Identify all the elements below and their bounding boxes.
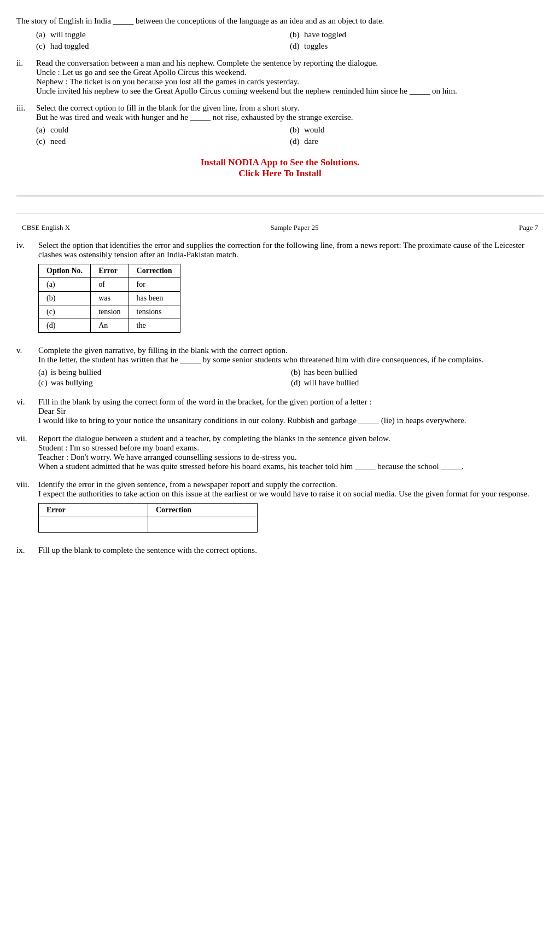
q-ix-content: Fill up the blank to complete the senten… (38, 546, 544, 555)
q-iii-content: Select the correct option to fill in the… (36, 103, 544, 146)
header-center: Sample Paper 25 (271, 223, 319, 232)
intro-text: The story of English in India _____ betw… (16, 16, 544, 26)
q-ii-num: ii. (16, 59, 32, 96)
header-right: Page 7 (519, 223, 538, 232)
q-ii-dialogue2: Nephew : The ticket is on you because yo… (36, 77, 544, 86)
q-iii-option-d: (d) dare (290, 137, 544, 146)
q-iii-option-c-text: need (50, 137, 66, 146)
q-ix-num: ix. (16, 546, 34, 555)
page-header: CBSE English X Sample Paper 25 Page 7 (16, 213, 544, 236)
option-d: (d) toggles (290, 42, 544, 51)
q-iii-option-b-text: would (304, 125, 325, 135)
option-c-label: (c) (36, 42, 47, 51)
q-vi-text1: Dear Sir (38, 407, 544, 416)
option-c-text: had toggled (50, 42, 89, 51)
question-vi: vi. Fill in the blank by using the corre… (16, 397, 544, 425)
q-v-opt-b-text: has been bullied (304, 368, 357, 377)
q-ix-instruction: Fill up the blank to complete the senten… (38, 546, 544, 555)
q-vii-content: Report the dialogue between a student an… (38, 434, 544, 471)
q-ii-dialogue1: Uncle : Let us go and see the Great Apol… (36, 68, 544, 77)
option-d-label: (d) (290, 42, 301, 51)
q-viii-correction-cell (148, 517, 258, 533)
q-iv-num: iv. (16, 241, 34, 337)
option-b-text: have toggled (304, 30, 346, 39)
table-row: (a)offor (39, 278, 180, 292)
q-iii-option-a-text: could (50, 125, 68, 135)
option-a-text: will toggle (50, 30, 86, 39)
q-v-opt-c-label: (c) (38, 378, 48, 388)
q-iii-option-c-label: (c) (36, 137, 47, 146)
q-viii-row (39, 517, 258, 533)
nodia-line2[interactable]: Click Here To Install (16, 168, 544, 179)
q-iii-line: But he was tired and weak with hunger an… (36, 113, 544, 122)
question-ii: ii. Read the conversation between a man … (16, 59, 544, 96)
question-v: v. Complete the given narrative, by fill… (16, 346, 544, 389)
q-iii-option-c: (c) need (36, 137, 290, 146)
option-c: (c) had toggled (36, 42, 290, 51)
header-left: CBSE English X (22, 223, 70, 232)
question-vii: vii. Report the dialogue between a stude… (16, 434, 544, 471)
question-ix: ix. Fill up the blank to complete the se… (16, 546, 544, 555)
q-viii-col2-header: Correction (148, 504, 258, 517)
q-viii-table: Error Correction (38, 503, 258, 533)
q-iii-options: (a) could (b) would (c) need (d) (36, 125, 544, 146)
q-viii-text: I expect the authorities to take action … (38, 489, 544, 499)
q-v-num: v. (16, 346, 34, 389)
section-separator (16, 196, 544, 213)
q-v-opt-d-label: (d) (291, 378, 301, 388)
option-d-text: toggles (304, 42, 328, 51)
q-iv-col1-header: Option No. (39, 264, 91, 278)
q-vii-num: vii. (16, 434, 34, 471)
option-a-label: (a) (36, 30, 47, 39)
nodia-banner[interactable]: Install NODIA App to See the Solutions. … (16, 157, 544, 179)
q-iii-instruction: Select the correct option to fill in the… (36, 103, 544, 113)
main-section: iv. Select the option that identifies th… (16, 236, 544, 568)
q-iv-table: Option No. Error Correction (a)offor(b)w… (38, 264, 180, 333)
q-iv-content: Select the option that identifies the er… (38, 241, 544, 337)
q-v-opt-a-text: is being bullied (51, 368, 102, 377)
table-row: (d)Anthe (39, 319, 180, 333)
q-v-sentence: In the letter, the student has written t… (38, 355, 544, 365)
q-iii-option-d-text: dare (304, 137, 318, 146)
table-row: (c)tensiontensions (39, 305, 180, 319)
q-vii-instruction: Report the dialogue between a student an… (38, 434, 544, 443)
q-ii-content: Read the conversation between a man and … (36, 59, 544, 96)
nodia-line1[interactable]: Install NODIA App to See the Solutions. (16, 157, 544, 168)
top-section: The story of English in India _____ betw… (16, 11, 544, 196)
question-iv: iv. Select the option that identifies th… (16, 241, 544, 337)
q-iii-option-d-label: (d) (290, 137, 301, 146)
q-iii-option-b: (b) would (290, 125, 544, 135)
options-row-i: (a) will toggle (b) have toggled (c) had… (36, 30, 544, 51)
table-row: (b)washas been (39, 292, 180, 305)
q-v-opt-a-label: (a) (38, 368, 48, 377)
q-v-option-b: (b) has been bullied (291, 368, 544, 377)
q-iii-num: iii. (16, 103, 32, 146)
question-iii: iii. Select the correct option to fill i… (16, 103, 544, 146)
q-iv-col3-header: Correction (129, 264, 180, 278)
q-v-content: Complete the given narrative, by filling… (38, 346, 544, 389)
q-v-opt-b-label: (b) (291, 368, 301, 377)
q-iii-option-b-label: (b) (290, 125, 301, 135)
intro-question: The story of English in India _____ betw… (16, 16, 544, 51)
q-v-option-d: (d) will have bullied (291, 378, 544, 388)
q-vi-content: Fill in the blank by using the correct f… (38, 397, 544, 425)
q-viii-error-cell (39, 517, 148, 533)
q-ii-instruction: Read the conversation between a man and … (36, 59, 544, 68)
option-b-label: (b) (290, 30, 301, 39)
q-vi-instruction: Fill in the blank by using the correct f… (38, 397, 544, 407)
q-viii-content: Identify the error in the given sentence… (38, 480, 544, 537)
q-iii-option-a: (a) could (36, 125, 290, 135)
q-v-opt-d-text: will have bullied (304, 378, 359, 388)
q-vi-text2: I would like to bring to your notice the… (38, 416, 544, 425)
q-ii-sentence: Uncle invited his nephew to see the Grea… (36, 86, 544, 96)
q-viii-instruction: Identify the error in the given sentence… (38, 480, 544, 489)
q-iii-option-a-label: (a) (36, 125, 47, 135)
q-vi-num: vi. (16, 397, 34, 425)
q-v-option-a: (a) is being bullied (38, 368, 291, 377)
q-viii-num: viii. (16, 480, 34, 537)
q-iv-col2-header: Error (91, 264, 129, 278)
q-v-opt-c-text: was bullying (51, 378, 93, 388)
option-a: (a) will toggle (36, 30, 290, 39)
q-iv-instruction: Select the option that identifies the er… (38, 241, 544, 259)
option-b: (b) have toggled (290, 30, 544, 39)
